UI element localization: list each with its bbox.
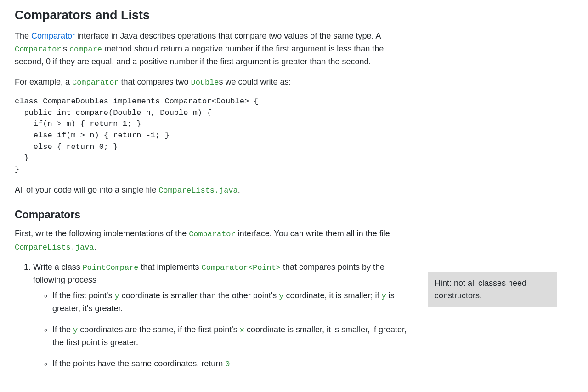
text: If the points have the same coordinates,… — [52, 359, 225, 368]
page-title: Comparators and Lists — [15, 6, 414, 25]
text: that compares two — [119, 77, 191, 86]
code-block-compare-doubles: class CompareDoubles implements Comparat… — [15, 96, 414, 175]
text: that implements — [138, 262, 201, 272]
text: For example, a — [15, 77, 72, 86]
page-wrap: Comparators and Lists The Comparator int… — [0, 0, 588, 379]
text: coordinate, it is smaller; if — [283, 291, 381, 300]
bullet-list: If the first point's y coordinate is sma… — [33, 290, 414, 370]
hint-box: Hint: not all classes need constructors. — [428, 272, 557, 307]
list-item: If the first point's y coordinate is sma… — [52, 290, 414, 315]
code-double: Double — [191, 78, 219, 87]
code-filename: CompareLists.java — [158, 186, 237, 195]
code-filename: CompareLists.java — [15, 243, 94, 252]
list-item: If the y coordinates are the same, if th… — [52, 324, 414, 349]
text: 's — [61, 44, 69, 53]
code-y: y — [115, 292, 119, 301]
code-y: y — [73, 326, 78, 335]
code-y: y — [279, 292, 283, 301]
subsection-title: Comparators — [15, 207, 414, 223]
single-file-note: All of your code will go into a single f… — [15, 184, 414, 197]
code-pointcompare: PointCompare — [83, 263, 139, 272]
text: If the — [52, 325, 73, 334]
code-y: y — [382, 292, 386, 301]
side-column: Hint: not all classes need constructors. — [428, 0, 557, 379]
main-column: Comparators and Lists The Comparator int… — [15, 0, 428, 379]
text: interface. You can write them all in the… — [236, 229, 390, 238]
list-item: Write a class PointCompare that implemen… — [33, 261, 414, 371]
text: coordinates are the same, if the first p… — [78, 325, 240, 334]
code-comparator: Comparator — [189, 230, 235, 239]
code-comparator: Comparator — [72, 78, 119, 87]
comparators-intro: First, write the following implementatio… — [15, 227, 414, 253]
text: s we could write as: — [219, 77, 291, 86]
code-comparator-point: Comparator<Point> — [202, 263, 281, 272]
code-compare: compare — [69, 45, 102, 54]
text: Write a class — [33, 262, 83, 272]
text: First, write the following implementatio… — [15, 229, 189, 238]
code-comparator: Comparator — [15, 45, 61, 54]
text: The — [15, 31, 31, 40]
content-area: Comparators and Lists The Comparator int… — [0, 0, 588, 379]
text: . — [94, 242, 96, 251]
code-x: x — [240, 326, 244, 335]
text: coordinate is smaller than the other poi… — [119, 291, 279, 300]
text: . — [238, 185, 240, 194]
item1-lead: Write a class PointCompare that implemen… — [33, 262, 384, 284]
list-item: If the points have the same coordinates,… — [52, 358, 414, 370]
text: All of your code will go into a single f… — [15, 185, 158, 194]
comparator-link[interactable]: Comparator — [31, 31, 75, 40]
text: interface in Java describes operations t… — [75, 31, 380, 40]
intro-paragraph: The Comparator interface in Java describ… — [15, 30, 414, 68]
numbered-list: Write a class PointCompare that implemen… — [15, 261, 414, 371]
example-lead: For example, a Comparator that compares … — [15, 76, 414, 89]
code-zero: 0 — [225, 360, 230, 369]
text: If the first point's — [52, 291, 115, 300]
